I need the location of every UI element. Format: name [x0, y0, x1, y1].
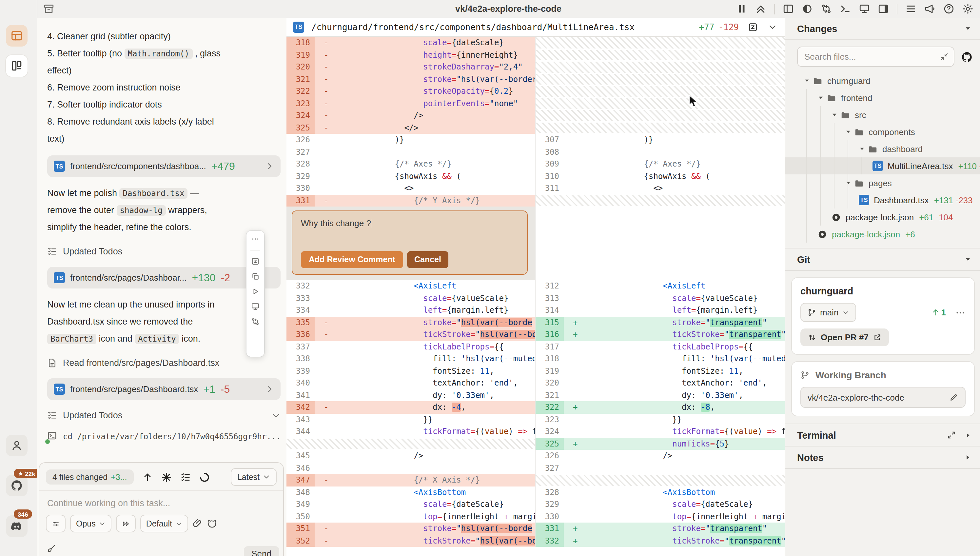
diff-code-row[interactable]: 324- /> — [286, 110, 535, 121]
terminal-icon[interactable] — [840, 3, 851, 15]
rail-person-button[interactable] — [6, 435, 27, 456]
tree-item-frontend[interactable]: frontend — [785, 89, 980, 106]
zbox-icon[interactable] — [251, 257, 260, 265]
diff-code-row[interactable]: 327 — [286, 146, 535, 158]
diff-code-row[interactable]: 332 <AxisLeft — [286, 280, 535, 292]
diff-code-row[interactable]: 318 fill: 'hsl(var(--muted — [536, 353, 785, 365]
tree-item-package-lock-json[interactable]: package-lock.json+61 -104 — [785, 208, 980, 226]
diff-code-row[interactable]: 352- tickStroke="hsl(var(--bo — [286, 535, 535, 547]
git-compare-icon[interactable] — [821, 3, 832, 15]
tree-item-multilinearea-tsx[interactable]: TSMultiLineArea.tsx+110 -162 — [785, 157, 980, 175]
caret-down-icon[interactable] — [845, 179, 851, 186]
changes-section-header[interactable]: Changes — [785, 18, 980, 39]
diff-code-row[interactable]: 308 — [536, 146, 785, 158]
diff-code-row[interactable]: 349 scale={dateScale} — [286, 498, 535, 511]
settings-sliders-button[interactable] — [46, 515, 66, 532]
github-icon[interactable] — [961, 51, 973, 63]
scroll-top-icon[interactable] — [142, 472, 153, 482]
rail-github-button[interactable]: 22k — [6, 475, 27, 496]
tree-item-components[interactable]: components — [785, 123, 980, 140]
tree-item-dashboard-tsx[interactable]: TSDashboard.tsx+131 -233 — [785, 191, 980, 208]
updated-todos-row[interactable]: Updated Todos — [47, 247, 281, 256]
megaphone-icon[interactable] — [924, 3, 935, 15]
diff-code-row[interactable]: 345 /> — [286, 450, 535, 462]
diff-code-row[interactable]: 344 tickFormat={(value) => f — [286, 425, 535, 438]
diff-code-row[interactable]: 347- {/* X Axis */} — [286, 474, 535, 486]
tree-item-dashboard[interactable]: dashboard — [785, 140, 980, 157]
collapse-diff-icon[interactable] — [768, 23, 777, 31]
pause-icon[interactable] — [736, 3, 747, 15]
diff-code-row[interactable]: 320- strokeDasharray="2,4" — [286, 61, 535, 73]
attach-icon[interactable] — [192, 519, 202, 529]
diff-code-row[interactable]: 336- tickStroke="hsl(var(--bo — [286, 328, 535, 341]
diff-code-row[interactable]: 330 top={innerHeight + margi — [536, 511, 785, 522]
git-section-header[interactable]: Git — [785, 249, 980, 270]
edit-branch-icon[interactable] — [949, 393, 958, 402]
tree-item-src[interactable]: src — [785, 106, 980, 123]
chevrons-up-icon[interactable] — [755, 3, 766, 15]
caret-down-icon[interactable] — [817, 94, 824, 101]
diff-code-row[interactable]: 323- pointerEvents="none" — [286, 97, 535, 110]
diff-code-row[interactable]: 312 <AxisLeft — [536, 280, 785, 292]
diff-code-row[interactable]: 340 textAnchor: 'end', — [286, 377, 535, 389]
diff-code-row[interactable]: 335- stroke="hsl(var(--borde — [286, 316, 535, 328]
rail-discord-button[interactable]: 346 — [6, 516, 27, 537]
diff-code-row[interactable]: 324 tickFormat={(value) => f — [536, 425, 785, 438]
diff-code-row[interactable]: 338 fill: 'hsl(var(--muted — [286, 353, 535, 365]
branch-dropdown[interactable]: main — [801, 303, 856, 322]
collapse-tree-icon[interactable] — [940, 52, 949, 61]
diff-code-row[interactable]: 351- stroke="hsl(var(--borde — [286, 522, 535, 535]
working-branch-field[interactable]: vk/4e2a-explore-the-code — [801, 387, 965, 408]
caret-down-icon[interactable] — [831, 112, 838, 118]
diff-code-row[interactable]: 313 scale={valueScale} — [536, 292, 785, 304]
diff-code-row[interactable]: 326 )} — [286, 134, 535, 146]
diff-code-row[interactable]: 343 }} — [286, 414, 535, 425]
diff-code-row[interactable]: 315+ stroke="transparent" — [536, 316, 785, 328]
diff-code-row[interactable]: 331- {/* Y Axis */} — [286, 194, 535, 207]
cat-icon[interactable] — [207, 519, 216, 529]
broom-icon[interactable] — [47, 543, 57, 553]
diff-code-row[interactable]: 323 }} — [536, 414, 785, 425]
diff-code-row[interactable]: 321 dy: '0.33em', — [536, 389, 785, 401]
diff-code-row[interactable]: 316+ tickStroke="transparent" — [536, 328, 785, 341]
diff-code-row[interactable]: 318- scale={dateScale} — [286, 37, 535, 49]
diff-code-row[interactable]: 319- height={innerHeight} — [286, 49, 535, 61]
diff-code-row[interactable]: 350 top={innerHeight + margi — [286, 511, 535, 522]
diff-tool-icon[interactable] — [748, 22, 758, 32]
diff-code-row[interactable]: 311 <> — [536, 182, 785, 194]
file-change-chip[interactable]: TSfrontend/src/pages/Dashboard.tsx+1-5 — [47, 378, 281, 400]
play-icon[interactable] — [251, 287, 260, 296]
rail-tab-layout[interactable] — [6, 25, 27, 47]
help-icon[interactable] — [943, 3, 954, 15]
open-pr-button[interactable]: Open PR #7 — [801, 328, 889, 346]
send-button[interactable]: Send — [244, 546, 279, 556]
diff-code-row[interactable]: 321- stroke="hsl(var(--border — [286, 73, 535, 85]
diff-code-row[interactable]: 337 tickLabelProps={{ — [286, 341, 535, 353]
todos-icon[interactable] — [180, 472, 191, 482]
review-comment-box[interactable]: Why this change ?Add Review CommentCance… — [292, 210, 528, 275]
model-dropdown[interactable]: Opus — [70, 515, 111, 532]
version-dropdown[interactable]: Latest — [231, 468, 277, 486]
read-file-row[interactable]: Read frontend/src/pages/Dashboard.tsx — [47, 358, 281, 368]
tree-item-churnguard[interactable]: churnguard — [785, 72, 980, 89]
expand-icon[interactable] — [947, 431, 956, 439]
diff-code-row[interactable]: 326 /> — [536, 450, 785, 462]
search-files-input[interactable]: Search files... — [797, 47, 954, 67]
menu-icon[interactable] — [905, 3, 916, 15]
cancel-button[interactable]: Cancel — [407, 251, 448, 268]
fast-forward-button[interactable] — [116, 515, 136, 532]
diff-code-row[interactable]: 331+ stroke="transparent" — [536, 522, 785, 535]
file-change-chip[interactable]: TSfrontend/src/components/dashboa...+479 — [47, 155, 281, 177]
diff-code-row[interactable]: 348 <AxisBottom — [286, 486, 535, 498]
review-comment-text[interactable]: Why this change ? — [301, 218, 372, 228]
caret-down-icon[interactable] — [845, 129, 851, 135]
diff-code-row[interactable]: 330 <> — [286, 182, 535, 194]
copy-icon[interactable] — [251, 272, 260, 281]
diff-code-row[interactable]: 322+ dx: -8, — [536, 401, 785, 414]
diff-code-row[interactable]: 339 fontSize: 11, — [286, 365, 535, 377]
more-options-icon[interactable] — [955, 307, 965, 318]
diff-code-row[interactable]: 332+ tickStroke="transparent" — [536, 535, 785, 547]
chevron-down-icon[interactable] — [271, 411, 281, 420]
caret-down-icon[interactable] — [859, 145, 865, 152]
file-change-chip[interactable]: TSfrontend/src/pages/Dashboar...+130-2 — [47, 267, 281, 288]
